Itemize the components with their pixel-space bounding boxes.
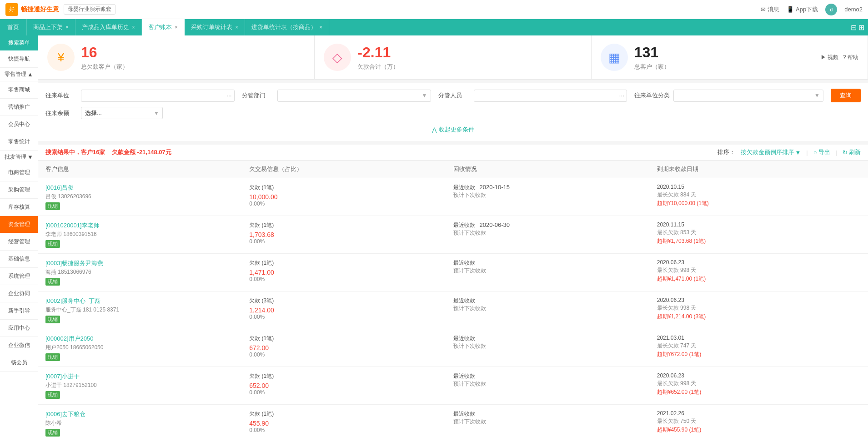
overdue-amount-2[interactable]: 超期¥1,471.00 (1笔)	[657, 275, 861, 283]
collection-label-5: 最近收款	[453, 372, 657, 380]
customer-name-6[interactable]: [0006]去下粮仓	[45, 411, 85, 417]
sidebar-item-wechat[interactable]: 企业微信	[0, 337, 38, 354]
sidebar-item-member[interactable]: 畅会员	[0, 354, 38, 372]
customer-name-0[interactable]: [0016]吕俊	[45, 184, 74, 191]
message-icon: ✉	[761, 6, 766, 13]
app-download-button[interactable]: 📱 App下载	[787, 5, 818, 14]
overdue-amount-1[interactable]: 超期¥1,703.68 (1笔)	[657, 237, 861, 245]
sidebar-item-retail-mall[interactable]: 零售商城	[0, 81, 38, 99]
overdue-date-6: 2021.02.26	[657, 410, 861, 417]
sidebar-item-basic-info[interactable]: 基础信息	[0, 251, 38, 268]
customer-tag-6: 现销	[45, 429, 60, 437]
system-name[interactable]: 母婴行业演示账套	[64, 4, 115, 15]
tab-bar: 首页 商品上下架 × 产成品入库单历史 × 客户账本 × 采购订单统计表 × 进…	[0, 19, 868, 35]
tab-close-goods[interactable]: ×	[65, 24, 69, 30]
overdue-amount-3[interactable]: 超期¥1,214.00 (3笔)	[657, 313, 861, 321]
collapse-button[interactable]: ⋀ 收起更多条件	[45, 124, 861, 136]
customer-name-5[interactable]: [0007]小进干	[45, 373, 80, 380]
collection-label-4: 最近收款	[453, 335, 657, 342]
export-button[interactable]: ○ 导出	[813, 148, 830, 156]
tab-purchase-stats[interactable]: 采购订单统计表 ×	[185, 19, 245, 35]
col-header-overdue: 到期未收款日期	[657, 165, 861, 173]
sidebar-item-finance[interactable]: 资金管理	[0, 216, 38, 233]
sort-value[interactable]: 按欠款金额倒序排序 ▼	[741, 148, 801, 156]
collection-label-1: 最近收款 2020-06-30	[453, 221, 657, 229]
stat-card-actions: ▶ 视频 ? 帮助	[821, 54, 858, 61]
stat-label-debt-customers: 总欠款客户（家）	[81, 63, 128, 71]
refresh-button[interactable]: ↻ 刷新	[843, 148, 861, 156]
filter-dots-unit[interactable]: ···	[226, 92, 232, 99]
content-area: ¥ 16 总欠款客户（家） ◇ -2.11 欠款合计（万） ▦ 131 总客户（…	[38, 35, 868, 437]
sidebar-item-retail-manage[interactable]: 零售管理 ▲	[0, 68, 38, 81]
filter-select-category[interactable]	[673, 90, 823, 102]
customer-phone-1: 李老师 18600391516	[45, 231, 249, 238]
tab-home[interactable]: 首页	[0, 19, 27, 35]
tab-close-purchase[interactable]: ×	[235, 24, 238, 30]
customer-phone-0: 吕俊 13026203696	[45, 193, 249, 201]
collection-label-3: 最近收款	[453, 297, 657, 305]
collection-label-0: 最近收款 2020-10-15	[453, 184, 657, 191]
overdue-amount-6[interactable]: 超期¥455.90 (1笔)	[657, 426, 861, 434]
tab-collapse-icon[interactable]: ⊟	[851, 23, 857, 32]
debt-amount-1: 1,703.68	[249, 231, 453, 238]
tab-close-customer[interactable]: ×	[175, 24, 178, 30]
filter-select-balance[interactable]: 选择...	[81, 107, 163, 119]
video-btn[interactable]: ▶ 视频	[821, 54, 838, 61]
tab-goods[interactable]: 商品上下架 ×	[27, 19, 75, 35]
filter-select-wrapper-balance: 选择... ▼	[81, 107, 163, 119]
stat-label-total-customers: 总客户（家）	[634, 63, 670, 71]
stat-value-total-customers: 131	[634, 44, 670, 61]
avatar[interactable]: d	[825, 4, 837, 15]
sidebar-item-ecommerce[interactable]: 电商管理	[0, 164, 38, 181]
customer-name-4[interactable]: [000002]用户2050	[45, 335, 94, 342]
sidebar-item-shortcuts[interactable]: 快捷导航	[0, 50, 38, 68]
tab-purchase-product-stats[interactable]: 进货单统计表（按商品） ×	[245, 19, 329, 35]
customer-name-1[interactable]: [0001020001]李老师	[45, 222, 100, 229]
filter-input-wrapper-manager: ···	[474, 90, 627, 102]
overdue-amount-5[interactable]: 超期¥652.00 (1笔)	[657, 388, 861, 396]
sidebar-item-system[interactable]: 系统管理	[0, 268, 38, 285]
sidebar-item-purchase[interactable]: 采购管理	[0, 181, 38, 199]
main-layout: 搜索菜单 快捷导航 零售管理 ▲ 零售商城 营销推广 会员中心 零售统计 批发管…	[0, 35, 868, 437]
filter-label-department: 分管部门	[242, 91, 274, 100]
collection-note-2: 预计下次收款	[453, 267, 657, 275]
debt-amount-4: 672.00	[249, 344, 453, 352]
filter-input-manager[interactable]	[474, 90, 627, 102]
query-button[interactable]: 查询	[831, 89, 861, 102]
customer-phone-3: 服务中心_丁磊 181 0125 8371	[45, 306, 249, 314]
tab-customer-account[interactable]: 客户账本 ×	[142, 19, 185, 35]
debt-count-1: 欠款 (1笔)	[249, 221, 453, 229]
filter-select-department[interactable]	[277, 90, 431, 102]
sidebar-search[interactable]: 搜索菜单	[0, 35, 38, 50]
sidebar-item-inventory[interactable]: 库存核算	[0, 199, 38, 216]
sidebar-item-app-center[interactable]: 应用中心	[0, 320, 38, 337]
logo-area: 好 畅捷通好生意	[5, 3, 59, 16]
customer-tag-0: 现销	[45, 202, 60, 210]
tab-close-production[interactable]: ×	[132, 24, 135, 30]
message-button[interactable]: ✉ 消息	[761, 5, 779, 14]
sidebar-item-newbie[interactable]: 新手引导	[0, 302, 38, 320]
logo-text: 畅捷通好生意	[21, 5, 59, 14]
debt-info-6: 欠款 (1笔) 455.90 0.00%	[249, 410, 453, 433]
stat-icon-building: ▦	[601, 44, 628, 71]
tab-production[interactable]: 产成品入库单历史 ×	[75, 19, 142, 35]
overdue-amount-0[interactable]: 超期¥10,000.00 (1笔)	[657, 200, 861, 207]
overdue-days-5: 最长欠款 998 天	[657, 380, 861, 387]
customer-phone-2: 海燕 18513066976	[45, 268, 249, 276]
tab-close-purchase-product[interactable]: ×	[319, 24, 322, 30]
sidebar-item-enterprise[interactable]: 企业协同	[0, 285, 38, 302]
help-btn[interactable]: ? 帮助	[843, 54, 858, 61]
tab-expand-icon[interactable]: ⊞	[858, 23, 864, 32]
sidebar-item-member-center[interactable]: 会员中心	[0, 116, 38, 133]
customer-name-3[interactable]: [0002]服务中心_丁磊	[45, 297, 100, 304]
customer-name-2[interactable]: [0003]畅捷服务尹海燕	[45, 260, 103, 266]
filter-input-unit[interactable]	[81, 90, 235, 102]
top-bar-right: ✉ 消息 📱 App下载 d demo2	[761, 4, 863, 15]
sidebar-item-retail-stats[interactable]: 零售统计	[0, 133, 38, 151]
sidebar-item-wholesale[interactable]: 批发管理 ▼	[0, 151, 38, 164]
overdue-amount-4[interactable]: 超期¥672.00 (1笔)	[657, 351, 861, 358]
sidebar-item-marketing[interactable]: 营销推广	[0, 99, 38, 116]
filter-dots-manager[interactable]: ···	[619, 92, 625, 99]
sidebar-item-business[interactable]: 经营管理	[0, 233, 38, 251]
export-icon: ○	[813, 149, 817, 156]
